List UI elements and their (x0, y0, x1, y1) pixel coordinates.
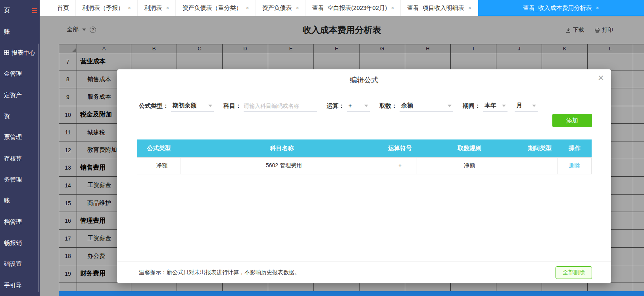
sidebar-item-label: 畅报销 (4, 239, 22, 247)
tab-label: 查看_项目收入明细表 (407, 4, 464, 12)
sidebar-item-label: 档管理 (4, 218, 22, 226)
cell-formula-type: 净额 (137, 157, 181, 174)
sidebar-item-inventory[interactable]: 存核算 (0, 148, 40, 169)
period-year-select[interactable]: 本年 (483, 100, 508, 112)
sidebar-item-tax[interactable]: 务管理 (0, 169, 40, 190)
cell-period-type (522, 157, 558, 174)
chevron-down-icon (208, 105, 212, 107)
sidebar-item-guide[interactable]: 手引导 (0, 275, 40, 296)
subject-label: 科目： (223, 102, 241, 110)
sidebar-item-closing[interactable]: 账 (0, 190, 40, 211)
sidebar: 页 账 报表中心 金管理 定资产 资 票管理 存核算 务管理 账 (0, 0, 40, 296)
sidebar-item-label: 务管理 (4, 176, 22, 183)
tab-close-icon[interactable]: × (391, 5, 394, 11)
formula-type-select[interactable]: 期初余额 (171, 100, 214, 112)
cell-subject-name: 5602 管理费用 (181, 157, 383, 174)
subject-input[interactable] (244, 100, 317, 112)
header-operator: 运算符号 (383, 139, 417, 157)
sidebar-item-label: 账 (4, 28, 10, 36)
sidebar-item-label: 票管理 (4, 134, 22, 141)
period-month-select[interactable]: 月 (515, 100, 538, 112)
formula-table-header-row: 公式类型 科目名称 运算符号 取数规则 期间类型 操作 (137, 139, 592, 157)
sidebar-item-archives[interactable]: 档管理 (0, 211, 40, 232)
header-formula-type: 公式类型 (137, 139, 181, 157)
tab-close-icon[interactable]: × (166, 5, 169, 11)
sidebar-item-report-center[interactable]: 报表中心 (0, 42, 40, 63)
sidebar-item-expense[interactable]: 畅报销 (0, 233, 40, 254)
chevron-down-icon (502, 105, 506, 107)
sidebar-item-label: 存核算 (4, 155, 22, 162)
dialog-title: 编辑公式 (117, 69, 611, 85)
header-period-type: 期间类型 (522, 139, 558, 157)
fetch-rule-select[interactable]: 余额 (400, 100, 453, 112)
tab-close-icon[interactable]: × (596, 5, 599, 11)
tab-close-icon[interactable]: × (246, 5, 249, 11)
cell-fetch-rule: 净额 (417, 157, 522, 174)
formula-type-value: 期初余额 (173, 102, 196, 109)
tab-label: 资产负债表 (262, 4, 292, 12)
sidebar-item-label: 账 (4, 197, 10, 204)
sidebar-item-label: 页 (4, 7, 10, 14)
period-year-value: 本年 (484, 102, 496, 109)
tab-close-icon[interactable]: × (128, 5, 131, 11)
chevron-down-icon (364, 105, 368, 107)
header-fetch-rule: 取数规则 (417, 139, 522, 157)
tab-label: 资产负债表（重分类） (182, 4, 242, 12)
sidebar-item-settings[interactable]: 础设置 (0, 254, 40, 275)
delete-all-button[interactable]: 全部删除 (556, 266, 592, 279)
cell-operator: + (383, 157, 417, 174)
sidebar-item-ledger[interactable]: 账 (0, 21, 40, 42)
sidebar-item-fixed-assets[interactable]: 定资产 (0, 84, 40, 105)
tab-balance[interactable]: 资产负债表 × (256, 0, 306, 16)
tab-label: 查看_收入成本费用分析表 (523, 4, 592, 12)
sidebar-item-label: 定资产 (4, 92, 22, 99)
fetch-label: 取数： (379, 102, 397, 110)
tab-home[interactable]: 首页 (51, 0, 76, 16)
tab-income-cost-analysis[interactable]: 查看_收入成本费用分析表 × (478, 0, 644, 16)
formula-form: 公式类型： 期初余额 科目： 运算： + 取数： 余额 期间： (139, 99, 538, 112)
dialog-footer: 温馨提示：新公式只对未出报表进行计算，不影响历史报表数据。 全部删除 (117, 262, 611, 283)
tab-balance-reclassified[interactable]: 资产负债表（重分类） × (176, 0, 256, 16)
horizontal-scrollbar[interactable] (59, 291, 644, 296)
formula-table: 公式类型 科目名称 运算符号 取数规则 期间类型 操作 净额 5602 管理费用… (137, 139, 592, 174)
sidebar-item-label: 手引导 (4, 282, 22, 289)
delete-link[interactable]: 删除 (569, 162, 580, 168)
sidebar-item-funds[interactable]: 金管理 (0, 63, 40, 84)
chevron-down-icon (448, 105, 452, 107)
chevron-down-icon (532, 105, 536, 107)
tab-label: 查看_空白报表(2023年02月) (312, 4, 387, 12)
sidebar-item-home[interactable]: 页 (0, 0, 40, 21)
formula-table-row: 净额 5602 管理费用 + 净额 删除 (137, 157, 592, 174)
add-button[interactable]: 添加 (552, 114, 592, 127)
tab-project-income-detail[interactable]: 查看_项目收入明细表 × (401, 0, 478, 16)
tab-label: 利润表 (144, 4, 162, 12)
sidebar-item-label: 金管理 (4, 70, 22, 78)
tip-text: 温馨提示：新公式只对未出报表进行计算，不影响历史报表数据。 (139, 269, 300, 276)
tab-bar: 首页 利润表（季报） × 利润表 × 资产负债表（重分类） × 资产负债表 × … (40, 0, 644, 16)
report-center-icon (4, 50, 9, 56)
operator-value: + (348, 102, 352, 109)
sidebar-item-label: 础设置 (4, 260, 22, 268)
tab-blank-report[interactable]: 查看_空白报表(2023年02月) × (306, 0, 401, 16)
close-icon[interactable]: × (598, 73, 604, 83)
sidebar-item-label: 资 (4, 113, 10, 120)
header-subject-name: 科目名称 (181, 139, 383, 157)
tab-profit[interactable]: 利润表 × (138, 0, 176, 16)
operator-select[interactable]: + (347, 100, 370, 112)
content-area: 全部 ? 收入成本费用分析表 下载 打印 (40, 16, 644, 296)
tab-close-icon[interactable]: × (296, 5, 299, 11)
operator-label: 运算： (327, 102, 344, 110)
tab-profit-quarterly[interactable]: 利润表（季报） × (76, 0, 138, 16)
menu-icon[interactable] (32, 8, 37, 13)
period-label: 期间： (463, 102, 481, 110)
tab-label: 利润表（季报） (82, 4, 124, 12)
edit-formula-dialog: 编辑公式 × 公式类型： 期初余额 科目： 运算： + 取数： 余额 (117, 69, 611, 283)
sidebar-item-payroll[interactable]: 资 (0, 106, 40, 127)
fetch-rule-value: 余额 (401, 102, 413, 109)
header-action: 操作 (558, 139, 592, 157)
formula-type-label: 公式类型： (139, 102, 169, 110)
sidebar-item-invoices[interactable]: 票管理 (0, 127, 40, 148)
tab-close-icon[interactable]: × (468, 5, 471, 11)
tab-label: 首页 (57, 4, 69, 12)
app-window: 页 账 报表中心 金管理 定资产 资 票管理 存核算 务管理 账 (0, 0, 644, 296)
